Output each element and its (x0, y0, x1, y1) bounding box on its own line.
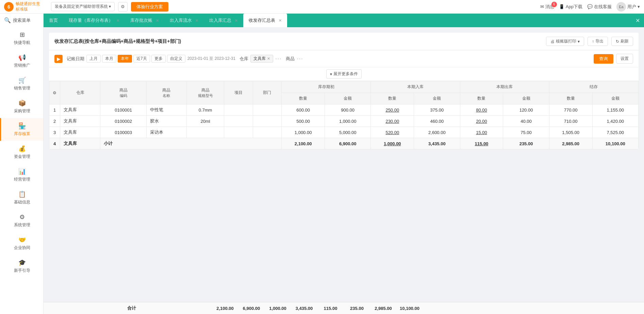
row-out-qty[interactable]: 80.00 (460, 104, 503, 116)
row-close-amt: 7,525.00 (592, 127, 638, 138)
sidebar-item-basic-info[interactable]: 📋 基础信息 (0, 186, 43, 209)
col-spec-header: 商品规格型号 (187, 81, 224, 104)
goods-dots[interactable]: ··· (297, 56, 303, 62)
expand-more-btn[interactable]: ▾ 展开更多条件 (326, 69, 362, 79)
in-qty-link[interactable]: 250.00 (385, 108, 399, 113)
top-bar-left: 6 畅捷通好生意 标准版 装备及固定资产辅助管理系统 ▾ ⚙ 体验行业方案 (4, 1, 168, 12)
row-out-qty[interactable]: 20.00 (460, 116, 503, 127)
out-qty-link[interactable]: 80.00 (476, 108, 487, 113)
query-btn[interactable]: 查询 (594, 54, 613, 64)
row-out-qty[interactable]: 15.00 (460, 127, 503, 138)
close-icon[interactable]: ✕ (235, 18, 238, 23)
logo-number: 6 (7, 4, 10, 10)
sidebar-item-sales[interactable]: 🛒 销售管理 (0, 72, 43, 95)
in-qty-link[interactable]: 520.00 (385, 130, 399, 135)
sidebar-item-system[interactable]: ⚙ 系统管理 (0, 209, 43, 232)
chevron-down-icon: ▾ (109, 4, 111, 9)
online-service-btn[interactable]: 💬 在线客服 (587, 4, 612, 10)
row-warehouse: 文具库 (60, 116, 100, 127)
tab-recv-send[interactable]: 收发存汇总表 ✕ (243, 14, 287, 27)
out-qty-link[interactable]: 15.00 (476, 130, 487, 135)
row-spec: 20ml (187, 116, 224, 127)
row-open-qty: 1,000.00 (282, 127, 325, 138)
tab-flow[interactable]: 出入库流水 ✕ (164, 14, 204, 27)
message-btn[interactable]: ✉ 消息 6 (540, 4, 554, 10)
sidebar-item-inventory[interactable]: 🏪 库存核算 (0, 118, 43, 141)
preset-more[interactable]: 更多 (151, 55, 166, 63)
table-row: 1 文具库 0100001 中性笔 0.7mm 600.00 900.00 25… (49, 104, 639, 116)
tab-summary[interactable]: 出入库汇总 ✕ (204, 14, 243, 27)
subtotal-in-qty-link[interactable]: 1,000.00 (384, 141, 401, 146)
service-label: 在线客服 (594, 4, 612, 10)
subtotal-row: 4 文具库 小计 2,100.00 6,900.00 1,000.00 3,43… (49, 138, 639, 149)
tab-close-all[interactable]: ✕ (631, 17, 644, 24)
brand-text: 畅捷通好生意 标准版 (16, 1, 40, 12)
col-settings-header[interactable]: ⚙ (49, 81, 60, 104)
footer-in-amt: 3,435.00 (291, 306, 318, 311)
sidebar-item-operations[interactable]: 📊 经营管理 (0, 164, 43, 186)
sidebar-item-enterprise[interactable]: 🤝 企业协同 (0, 232, 43, 255)
preset-this-month[interactable]: 本月 (102, 55, 116, 63)
tab-label: 收发存汇总表 (249, 17, 275, 23)
app-download-btn[interactable]: 📱 App下载 (559, 4, 582, 10)
filter-toggle-btn[interactable]: ▶ (54, 55, 63, 63)
preset-this-year[interactable]: 本年 (118, 55, 132, 63)
row-in-amt: 2,600.00 (414, 127, 460, 138)
sidebar-item-quick-nav[interactable]: ⊞ 快捷导航 (0, 27, 43, 50)
tab-home[interactable]: 首页 (44, 14, 63, 27)
out-qty-link[interactable]: 20.00 (476, 119, 487, 124)
warehouse-remove-btn[interactable]: ✕ (267, 56, 270, 61)
search-icon: 🔍 (4, 17, 11, 23)
row-in-qty[interactable]: 230.00 (371, 116, 414, 127)
close-icon[interactable]: ✕ (279, 18, 282, 23)
sidebar-item-guide[interactable]: 🎓 新手引导 (0, 255, 43, 278)
close-icon[interactable]: ✕ (116, 18, 119, 23)
settings-icon-btn[interactable]: ⚙ (118, 2, 128, 12)
sidebar-item-finance[interactable]: 💰 资金管理 (0, 141, 43, 164)
experience-button[interactable]: 体验行业方案 (131, 2, 168, 12)
subtotal-in-qty[interactable]: 1,000.00 (371, 138, 414, 149)
system-dropdown[interactable]: 装备及固定资产辅助管理系统 ▾ (51, 2, 115, 11)
refresh-icon: ↻ (616, 39, 619, 44)
tab-stock-dist[interactable]: 现存量（库存分布表） ✕ (63, 14, 125, 27)
app-download-label: App下载 (566, 4, 582, 10)
user-area[interactable]: Ea 用户 ▾ (616, 2, 640, 12)
filter-bar: ▶ 记账日期 上月 本月 本年 近7天 更多 自定义 2023-01-01 至 … (49, 50, 639, 67)
row-out-amt: 40.00 (503, 116, 549, 127)
settings-filter-btn[interactable]: 设置 (616, 54, 633, 64)
page-title-bar: 收发存汇总表(按仓库+商品编码+商品+规格型号+项目+部门) 🖨 核账版打印 ▾… (49, 33, 639, 50)
sidebar-search[interactable]: 🔍 搜索菜单 (0, 14, 43, 27)
preset-7-days[interactable]: 近7天 (133, 55, 150, 63)
preset-last-month[interactable]: 上月 (86, 55, 101, 63)
sales-icon: 🛒 (18, 77, 26, 84)
sidebar-item-label: 基础信息 (14, 199, 30, 205)
row-in-qty[interactable]: 520.00 (371, 127, 414, 138)
system-title-btn: 装备及固定资产辅助管理系统 (55, 4, 108, 9)
print-label: 核账版打印 (556, 38, 576, 44)
filter-actions: 查询 设置 (594, 54, 633, 64)
export-label: 导出 (595, 38, 604, 44)
refresh-label: 刷新 (621, 38, 629, 44)
footer-close-qty: 2,985.00 (370, 306, 396, 311)
phone-icon: 📱 (559, 4, 564, 9)
tab-batch[interactable]: 库存批次账 ✕ (125, 14, 164, 27)
refresh-btn[interactable]: ↻ 刷新 (611, 37, 633, 46)
subtotal-out-qty[interactable]: 115.00 (460, 138, 503, 149)
export-btn[interactable]: ↑ 导出 (588, 37, 608, 46)
close-icon[interactable]: ✕ (195, 18, 198, 23)
row-close-amt: 1,420.00 (592, 116, 638, 127)
row-in-qty[interactable]: 250.00 (371, 104, 414, 116)
print-icon: 🖨 (550, 39, 555, 44)
warehouse-dots[interactable]: ··· (275, 56, 282, 62)
sidebar-item-purchase[interactable]: 📦 采购管理 (0, 95, 43, 118)
sidebar-item-marketing[interactable]: 📢 营销推广 (0, 50, 43, 72)
print-btn[interactable]: 🖨 核账版打印 ▾ (546, 37, 584, 46)
subtotal-out-qty-link[interactable]: 115.00 (475, 141, 489, 146)
close-qty-header: 数量 (549, 93, 592, 104)
preset-custom[interactable]: 自定义 (167, 55, 185, 63)
row-out-amt: 75.00 (503, 127, 549, 138)
close-icon[interactable]: ✕ (156, 18, 159, 23)
expand-label: 展开更多条件 (333, 71, 358, 77)
message-badge: 6 (551, 2, 557, 7)
in-qty-link[interactable]: 230.00 (385, 119, 399, 124)
